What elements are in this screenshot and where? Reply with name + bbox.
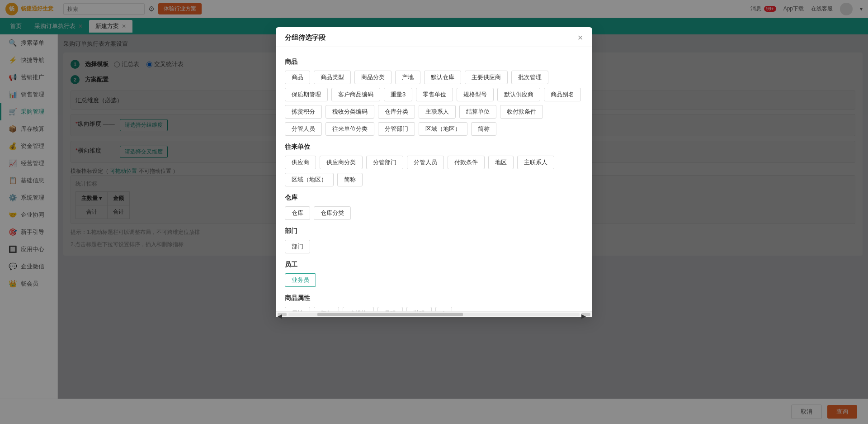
hscroll-right-btn[interactable]: ▶ — [581, 313, 590, 316]
modal-overlay: 分组待选字段 ✕ 商品 商品 商品类型 商品分类 产地 默认仓库 主要供应商 批… — [0, 0, 868, 424]
field-chip-goods-type[interactable]: 商品类型 — [314, 71, 351, 84]
field-chip-supplier-category[interactable]: 供应商分类 — [320, 156, 363, 169]
field-chip-abbr-partner[interactable]: 简称 — [337, 173, 363, 186]
field-chip-weight3[interactable]: 重量3 — [384, 88, 412, 101]
field-grid-staff: 业务员 — [285, 273, 583, 287]
modal-close-btn[interactable]: ✕ — [577, 33, 583, 42]
field-chip-shelf-life[interactable]: 保质期管理 — [285, 88, 328, 101]
field-chip-dept[interactable]: 部门 — [285, 240, 310, 253]
field-chip-abbr-goods[interactable]: 简称 — [471, 122, 496, 136]
modal-header: 分组待选字段 ✕ — [276, 27, 592, 47]
field-chip-goods-alias[interactable]: 商品别名 — [544, 88, 581, 101]
section-title-attrs: 商品属性 — [285, 294, 583, 302]
field-chip-warehouse[interactable]: 仓库 — [285, 206, 310, 220]
field-chip-salesperson[interactable]: 业务员 — [285, 273, 316, 287]
field-chip-attr[interactable]: 属性 — [285, 307, 310, 311]
field-chip-main-supplier[interactable]: 主要供应商 — [465, 71, 508, 84]
field-chip-partner-dept[interactable]: 分管部门 — [366, 156, 403, 169]
field-grid-attrs: 属性 颜色 多规格 尺码 鞋码 1 — [285, 307, 583, 311]
field-chip-tax-code[interactable]: 税收分类编码 — [326, 105, 374, 119]
field-chip-warehouse-class[interactable]: 仓库分类 — [314, 206, 351, 220]
field-chip-area[interactable]: 地区 — [488, 156, 514, 169]
field-chip-pick-points[interactable]: 拣货积分 — [285, 105, 322, 119]
section-title-partner: 往来单位 — [285, 143, 583, 151]
field-chip-region-goods[interactable]: 区域（地区） — [419, 122, 467, 136]
section-title-warehouse: 仓库 — [285, 194, 583, 202]
field-chip-shoe-size[interactable]: 鞋码 — [406, 307, 432, 311]
field-chip-region-partner[interactable]: 区域（地区） — [285, 173, 334, 186]
hscroll-thumb — [317, 313, 463, 316]
field-chip-partner-person[interactable]: 分管人员 — [407, 156, 444, 169]
field-chip-payment-cond[interactable]: 付款条件 — [448, 156, 485, 169]
field-chip-multi-spec[interactable]: 多规格 — [343, 307, 374, 311]
modal-title: 分组待选字段 — [285, 33, 326, 42]
field-chip-color[interactable]: 颜色 — [314, 307, 339, 311]
field-chip-size[interactable]: 尺码 — [377, 307, 403, 311]
section-title-staff: 员工 — [285, 261, 583, 269]
field-chip-payment-terms[interactable]: 收付款条件 — [500, 105, 543, 119]
field-chip-attr-1[interactable]: 1 — [435, 307, 452, 311]
field-chip-batch-mgmt[interactable]: 批次管理 — [511, 71, 548, 84]
section-title-dept: 部门 — [285, 227, 583, 235]
field-chip-origin[interactable]: 产地 — [395, 71, 420, 84]
section-title-goods: 商品 — [285, 58, 583, 66]
field-chip-supplier[interactable]: 供应商 — [285, 156, 316, 169]
field-chip-counterpart-category[interactable]: 往来单位分类 — [326, 122, 374, 136]
field-grid-goods: 商品 商品类型 商品分类 产地 默认仓库 主要供应商 批次管理 保质期管理 客户… — [285, 71, 583, 136]
modal-body[interactable]: 商品 商品 商品类型 商品分类 产地 默认仓库 主要供应商 批次管理 保质期管理… — [276, 47, 592, 311]
field-chip-default-warehouse[interactable]: 默认仓库 — [424, 71, 461, 84]
field-chip-mgr-dept[interactable]: 分管部门 — [378, 122, 415, 136]
field-chip-main-contact[interactable]: 主联系人 — [419, 105, 456, 119]
field-chip-warehouse-category[interactable]: 仓库分类 — [378, 105, 415, 119]
field-chip-default-supplier[interactable]: 默认供应商 — [497, 88, 540, 101]
modal: 分组待选字段 ✕ 商品 商品 商品类型 商品分类 产地 默认仓库 主要供应商 批… — [276, 27, 592, 317]
hscroll-left-btn[interactable]: ◀ — [278, 313, 287, 316]
field-chip-mgr-person[interactable]: 分管人员 — [285, 122, 322, 136]
field-chip-main-contact-partner[interactable]: 主联系人 — [517, 156, 554, 169]
field-chip-settlement-unit[interactable]: 结算单位 — [459, 105, 496, 119]
field-grid-partner: 供应商 供应商分类 分管部门 分管人员 付款条件 地区 主联系人 区域（地区） … — [285, 156, 583, 186]
field-grid-dept: 部门 — [285, 240, 583, 253]
field-chip-goods[interactable]: 商品 — [285, 71, 310, 84]
field-grid-warehouse: 仓库 仓库分类 — [285, 206, 583, 220]
field-chip-customer-code[interactable]: 客户商品编码 — [331, 88, 380, 101]
field-chip-spec-model[interactable]: 规格型号 — [457, 88, 494, 101]
field-chip-goods-category[interactable]: 商品分类 — [354, 71, 392, 84]
modal-horizontal-scrollbar[interactable]: ◀ ▶ — [276, 311, 592, 317]
field-chip-retail-unit[interactable]: 零售单位 — [416, 88, 453, 101]
